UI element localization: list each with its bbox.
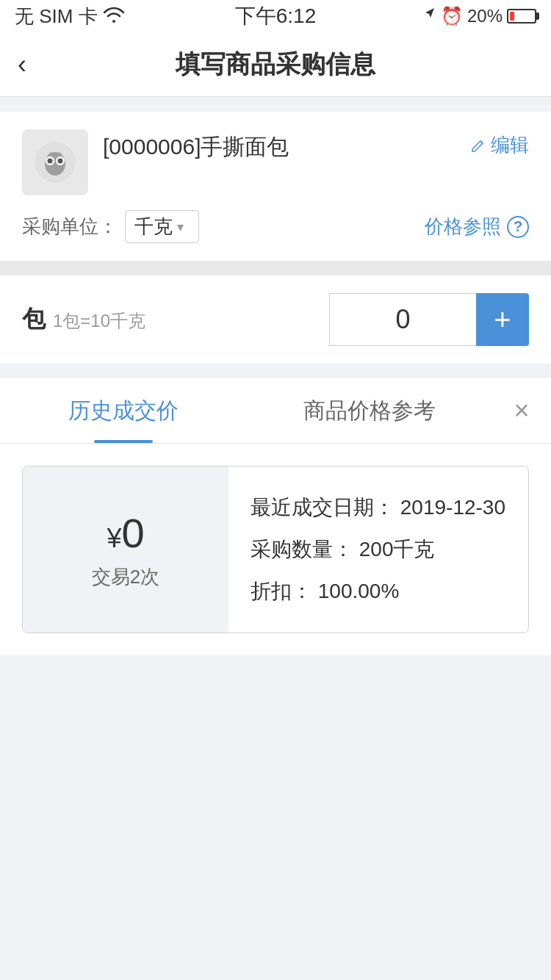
discount-row: 折扣： 100.00% — [251, 577, 506, 605]
price-value: 0 — [121, 510, 144, 556]
discount-value: 100.00% — [318, 580, 400, 602]
history-price: ¥0 — [107, 509, 144, 557]
tab-history-price[interactable]: 历史成交价 — [0, 378, 246, 443]
svg-point-4 — [48, 159, 53, 164]
quantity-plus-button[interactable]: + — [476, 293, 529, 346]
unit-value: 千克 — [134, 214, 173, 239]
unit-row: 采购单位： 千克 ▾ — [22, 210, 199, 243]
quantity-input-group: + — [329, 293, 529, 346]
discount-label: 折扣： — [251, 580, 312, 602]
status-left: 无 SIM 卡 — [15, 4, 124, 29]
product-left: [0000006]手撕面包 — [22, 129, 289, 195]
location-icon — [423, 6, 436, 26]
edit-label: 编辑 — [491, 132, 529, 158]
battery-icon — [507, 9, 536, 24]
recent-date-row: 最近成交日期： 2019-12-30 — [251, 493, 506, 522]
svg-point-5 — [58, 159, 63, 164]
product-bottom: 采购单位： 千克 ▾ 价格参照 ? — [22, 210, 529, 243]
product-name: [0000006]手撕面包 — [103, 129, 289, 162]
status-right: ⏰ 20% — [423, 6, 536, 26]
price-ref-label: 价格参照 — [425, 214, 501, 239]
history-card-left: ¥0 交易2次 — [23, 466, 228, 633]
battery-percentage: 20% — [467, 6, 503, 26]
recent-date-value: 2019-12-30 — [400, 496, 505, 519]
carrier-text: 无 SIM 卡 — [15, 4, 98, 29]
purchase-qty-label: 采购数量： — [251, 538, 353, 561]
product-top: [0000006]手撕面包 编辑 — [22, 129, 529, 195]
quantity-input[interactable] — [329, 293, 476, 346]
back-button[interactable]: ‹ — [18, 49, 26, 80]
price-reference-button[interactable]: 价格参照 ? — [425, 214, 529, 239]
currency-symbol: ¥ — [107, 523, 121, 553]
help-circle-icon: ? — [507, 216, 529, 238]
tab-header: 历史成交价 商品价格参考 × — [0, 378, 551, 444]
quantity-label: 包 1包=10千克 — [22, 303, 145, 336]
product-card: [0000006]手撕面包 编辑 采购单位： 千克 ▾ 价格参照 ? — [0, 112, 551, 261]
edit-button[interactable]: 编辑 — [470, 129, 529, 158]
alarm-icon: ⏰ — [441, 6, 463, 26]
product-thumbnail — [22, 129, 88, 195]
product-info: [0000006]手撕面包 — [103, 129, 289, 162]
card-content: ¥0 交易2次 最近成交日期： 2019-12-30 采购数量： 200千克 折… — [0, 444, 551, 655]
tab-close-button[interactable]: × — [492, 378, 551, 443]
quantity-row: 包 1包=10千克 + — [0, 275, 551, 364]
history-card: ¥0 交易2次 最近成交日期： 2019-12-30 采购数量： 200千克 折… — [22, 466, 529, 633]
purchase-qty-row: 采购数量： 200千克 — [251, 535, 506, 563]
quantity-unit-desc: 1包=10千克 — [53, 309, 145, 333]
page-title: 填写商品采购信息 — [176, 48, 375, 82]
recent-date-label: 最近成交日期： — [251, 496, 395, 519]
nav-bar: ‹ 填写商品采购信息 — [0, 32, 551, 97]
unit-prefix: 采购单位： — [22, 214, 118, 239]
tab-product-price-reference[interactable]: 商品价格参考 — [246, 378, 492, 443]
unit-select[interactable]: 千克 ▾ — [125, 210, 199, 243]
quantity-unit-big: 包 — [22, 303, 46, 336]
status-bar: 无 SIM 卡 下午6:12 ⏰ 20% — [0, 0, 551, 32]
wifi-icon — [104, 5, 124, 28]
tab-section: 历史成交价 商品价格参考 × ¥0 交易2次 最近成交日期： 2019-12-3… — [0, 378, 551, 655]
history-card-right: 最近成交日期： 2019-12-30 采购数量： 200千克 折扣： 100.0… — [228, 466, 528, 633]
purchase-qty-value: 200千克 — [359, 538, 435, 561]
section-divider — [0, 261, 551, 275]
history-trades-count: 交易2次 — [92, 564, 159, 590]
status-time: 下午6:12 — [235, 2, 317, 30]
dropdown-arrow-icon: ▾ — [177, 219, 184, 235]
